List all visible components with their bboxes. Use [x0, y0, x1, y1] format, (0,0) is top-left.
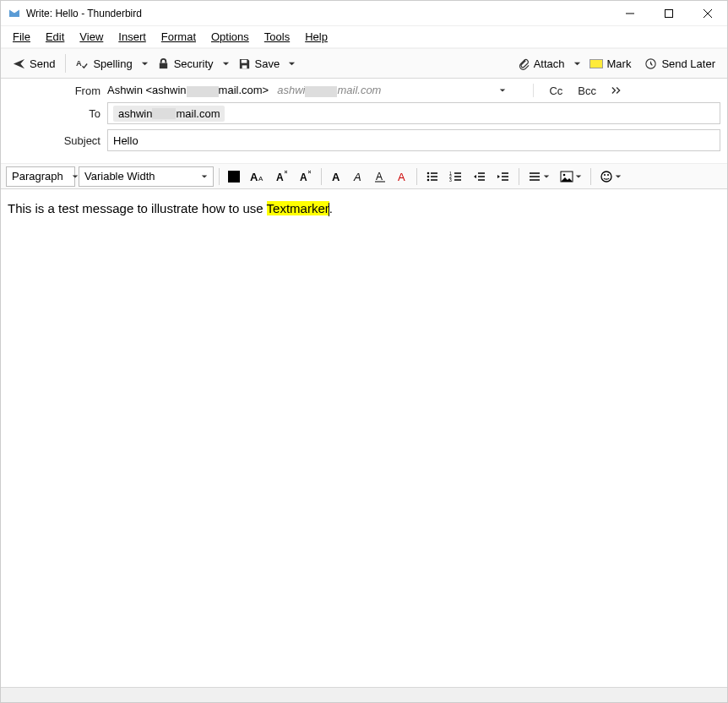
add-bcc-button[interactable]: Bcc — [578, 84, 596, 97]
from-identity-selector[interactable]: Ashwin <ashwinmail.com> ashwimail.com — [107, 84, 506, 96]
security-dropdown[interactable] — [220, 54, 231, 74]
separator — [533, 84, 534, 97]
chevron-down-icon — [543, 173, 550, 180]
svg-text:A: A — [300, 172, 307, 183]
maximize-button[interactable] — [649, 1, 688, 26]
address-block: From Ashwin <ashwinmail.com> ashwimail.c… — [1, 79, 727, 164]
bullet-list-button[interactable] — [422, 168, 443, 185]
chevron-down-icon — [72, 173, 79, 180]
svg-point-25 — [607, 174, 609, 176]
recipient-pill[interactable]: ashwinmail.com — [113, 106, 225, 122]
titlebar: Write: Hello - Thunderbird — [1, 1, 727, 26]
subject-value: Hello — [113, 134, 139, 147]
svg-point-17 — [427, 178, 430, 181]
menu-view[interactable]: View — [73, 29, 110, 45]
from-secondary-text: ashwimail.com — [277, 84, 381, 96]
clock-icon — [644, 57, 657, 70]
lock-icon — [157, 57, 170, 70]
spelling-icon: A — [76, 57, 89, 70]
save-icon — [238, 57, 251, 70]
send-later-button[interactable]: Send Later — [638, 54, 722, 74]
to-label: To — [8, 107, 101, 120]
menu-file[interactable]: File — [6, 29, 37, 45]
menu-format-label: Format — [161, 30, 196, 43]
svg-text:A: A — [332, 171, 340, 183]
redacted-text — [305, 86, 337, 97]
message-body-editor[interactable]: This is a test message to illustrate how… — [1, 189, 727, 687]
separator — [590, 168, 591, 185]
attach-dropdown[interactable] — [572, 54, 583, 74]
menu-edit[interactable]: Edit — [39, 29, 71, 45]
font-size-decrease-button[interactable]: A — [272, 168, 292, 185]
menu-format[interactable]: Format — [155, 29, 203, 45]
to-input[interactable]: ashwinmail.com — [107, 102, 720, 124]
menu-tools[interactable]: Tools — [258, 29, 296, 45]
close-button[interactable] — [688, 1, 727, 26]
menu-view-label: View — [79, 30, 103, 43]
from-identity-text: Ashwin <ashwinmail.com> — [107, 84, 269, 96]
menu-insert[interactable]: Insert — [111, 29, 153, 45]
font-size-reset-button[interactable]: AA — [247, 168, 269, 185]
add-cc-button[interactable]: Cc — [549, 84, 562, 97]
save-button[interactable]: Save — [231, 54, 287, 74]
svg-point-23 — [601, 172, 611, 182]
outdent-button[interactable] — [470, 168, 490, 185]
window-title: Write: Hello - Thunderbird — [26, 8, 611, 19]
font-family-select[interactable]: Variable Width — [79, 166, 214, 187]
svg-text:3: 3 — [449, 177, 452, 183]
svg-text:A: A — [258, 175, 263, 183]
indent-button[interactable] — [493, 168, 513, 185]
svg-text:A: A — [353, 171, 361, 183]
menu-help[interactable]: Help — [298, 29, 334, 45]
attach-button[interactable]: Attach — [510, 54, 572, 74]
security-button[interactable]: Security — [150, 54, 220, 74]
underline-button[interactable]: A — [371, 168, 389, 185]
send-icon — [13, 57, 25, 70]
to-row: To ashwinmail.com — [8, 102, 720, 124]
svg-text:A: A — [76, 59, 82, 68]
send-later-label: Send Later — [661, 57, 715, 70]
save-label: Save — [255, 57, 280, 70]
minimize-button[interactable] — [611, 1, 649, 26]
from-label: From — [8, 84, 101, 97]
svg-rect-0 — [666, 9, 673, 17]
svg-point-16 — [427, 175, 430, 177]
number-list-button[interactable]: 123 — [446, 168, 466, 185]
bold-button[interactable]: A — [327, 168, 345, 185]
subject-row: Subject Hello — [8, 129, 720, 151]
paragraph-style-select[interactable]: Paragraph — [6, 166, 75, 187]
subject-input[interactable]: Hello — [107, 129, 720, 151]
chevron-down-icon — [575, 173, 582, 180]
spelling-dropdown[interactable] — [139, 54, 150, 74]
align-button[interactable] — [524, 168, 553, 185]
emoji-button[interactable] — [596, 168, 625, 185]
highlighted-text: Textmarker — [267, 201, 329, 215]
svg-text:A: A — [376, 171, 383, 183]
svg-rect-2 — [159, 63, 166, 68]
chevron-down-icon — [499, 87, 506, 94]
font-size-increase-button[interactable]: A — [296, 168, 316, 185]
save-dropdown[interactable] — [286, 54, 297, 74]
security-label: Security — [174, 57, 214, 70]
italic-button[interactable]: A — [349, 168, 367, 185]
menubar: File Edit View Insert Format Options Too… — [1, 26, 727, 48]
separator — [416, 168, 417, 185]
window-controls — [611, 1, 727, 26]
format-toolbar: Paragraph Variable Width AA A A A A A A … — [1, 164, 727, 189]
remove-format-button[interactable]: A — [393, 168, 411, 185]
toolbar-separator — [65, 54, 66, 73]
text-color-button[interactable] — [225, 169, 243, 184]
expand-recipients-button[interactable] — [611, 84, 623, 97]
mark-button[interactable]: Mark — [583, 54, 638, 74]
font-family-value: Variable Width — [84, 170, 155, 183]
spelling-button[interactable]: A Spelling — [69, 54, 139, 74]
menu-options[interactable]: Options — [204, 29, 256, 45]
highlighter-swatch-icon — [589, 59, 603, 68]
color-swatch-icon — [228, 171, 240, 183]
insert-image-button[interactable] — [557, 168, 585, 185]
mark-label: Mark — [607, 57, 632, 70]
chevron-down-icon — [201, 173, 208, 180]
separator — [321, 168, 322, 185]
menu-help-label: Help — [305, 30, 328, 43]
send-button[interactable]: Send — [6, 54, 62, 74]
